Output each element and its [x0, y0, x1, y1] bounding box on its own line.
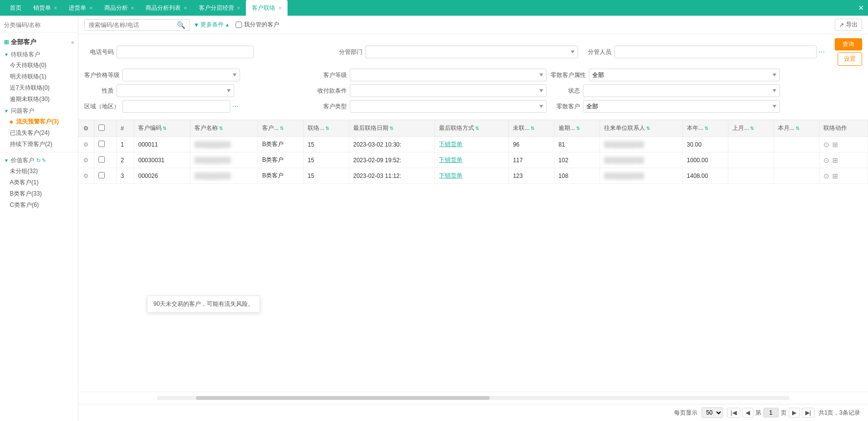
region-more-button[interactable]: ···: [230, 102, 241, 111]
select-all-checkbox[interactable]: [98, 124, 105, 131]
row-overdue: 102: [555, 152, 600, 168]
sidebar-all-customers[interactable]: ⊞ 全部客户 «: [0, 36, 78, 49]
sidebar-item-7day-contact[interactable]: 近7天待联络(0): [0, 82, 78, 94]
row-checkbox[interactable]: [94, 152, 117, 168]
row-name: ████: [190, 152, 258, 168]
edit-icon[interactable]: ✎: [42, 157, 46, 164]
first-page-button[interactable]: |◀: [727, 408, 740, 418]
col-name[interactable]: 客户名称⇅: [190, 120, 258, 137]
customer-level-select[interactable]: [350, 69, 547, 81]
col-checkbox-header[interactable]: [94, 120, 117, 137]
tab-product-analysis[interactable]: 商品分析 ×: [98, 0, 140, 16]
tab-customer-layered[interactable]: 客户分层经营 ×: [193, 0, 246, 16]
row-last-contact-way[interactable]: 下销货单: [435, 137, 509, 152]
col-this-year[interactable]: 本年...⇅: [683, 120, 728, 137]
close-window-icon[interactable]: ✕: [858, 4, 864, 12]
row-num: 2: [117, 152, 134, 168]
sidebar-item-class-c[interactable]: C类客户(6): [0, 199, 78, 211]
row-settings[interactable]: ⚙: [78, 137, 94, 152]
sidebar-item-class-a[interactable]: A类客户(1): [0, 177, 78, 188]
row-last-contact-way[interactable]: 下销货单: [435, 168, 509, 184]
search-button[interactable]: 🔍: [177, 21, 185, 29]
next-page-button[interactable]: ▶: [789, 408, 800, 418]
sidebar-item-declining[interactable]: 持续下滑客户(2): [0, 139, 78, 150]
col-unit-contact[interactable]: 往来单位联系人⇅: [600, 120, 683, 137]
status-select[interactable]: [583, 84, 780, 97]
zero-attr-select[interactable]: 全部: [589, 69, 780, 81]
sidebar-item-class-b[interactable]: B类客户(33): [0, 188, 78, 199]
contact-icon[interactable]: ⊙: [823, 156, 829, 164]
col-last-contact-way[interactable]: 最后联络方式⇅: [435, 120, 509, 137]
contact-icon[interactable]: ⊙: [823, 141, 829, 149]
region-input[interactable]: [122, 100, 230, 113]
chevron-down-icon: ▲: [225, 22, 230, 27]
col-last-month[interactable]: 上月...⇅: [728, 120, 774, 137]
my-customers-checkbox-label[interactable]: 我分管的客户: [236, 21, 279, 29]
search-input[interactable]: [89, 22, 177, 28]
sidebar-item-churn-warning[interactable]: 流失预警客户(3): [0, 116, 78, 127]
close-icon[interactable]: ×: [54, 5, 57, 11]
query-settings-group: 查询 设置: [835, 38, 862, 66]
nature-select[interactable]: [117, 84, 234, 97]
sidebar-item-today-contact[interactable]: 今天待联络(0): [0, 60, 78, 71]
more-conditions-button[interactable]: ▼ 更多条件 ▲: [193, 21, 230, 29]
close-icon[interactable]: ×: [89, 5, 92, 11]
prev-page-button[interactable]: ◀: [742, 408, 753, 418]
more-actions-icon[interactable]: ⊞: [832, 172, 838, 180]
query-button[interactable]: 查询: [835, 38, 862, 50]
price-level-select[interactable]: [122, 69, 240, 81]
page-number-input[interactable]: [763, 408, 779, 418]
tab-sales-order[interactable]: 销货单 ×: [27, 0, 63, 16]
my-customers-checkbox[interactable]: [236, 22, 242, 28]
sidebar-group-waiting[interactable]: ▼ 待联络客户: [0, 49, 78, 60]
col-this-month[interactable]: 本月...⇅: [773, 120, 819, 137]
row-settings[interactable]: ⚙: [78, 168, 94, 184]
horizontal-scrollbar[interactable]: [78, 392, 868, 404]
phone-input[interactable]: [117, 46, 254, 58]
person-input[interactable]: [614, 46, 817, 58]
customer-type-select[interactable]: [350, 100, 547, 113]
row-checkbox[interactable]: [94, 168, 117, 184]
more-actions-icon[interactable]: ⊞: [832, 156, 838, 164]
settings-button[interactable]: 设置: [838, 52, 862, 66]
dept-select[interactable]: [365, 46, 578, 58]
col-last-contact-date[interactable]: 最后联络日期⇅: [349, 120, 435, 137]
col-settings[interactable]: ⚙: [78, 120, 94, 137]
sidebar-search-input[interactable]: [4, 22, 77, 28]
close-icon[interactable]: ×: [237, 5, 240, 11]
sidebar-item-tomorrow-contact[interactable]: 明天待联络(1): [0, 71, 78, 82]
row-last-contact-way[interactable]: 下销货单: [435, 152, 509, 168]
sidebar-item-ungrouped[interactable]: 未分组(32): [0, 166, 78, 177]
row-checkbox[interactable]: [94, 137, 117, 152]
col-code[interactable]: 客户编码⇅: [134, 120, 190, 137]
row-contacts: 15: [304, 168, 349, 184]
search-box: 🔍: [84, 19, 190, 31]
export-button[interactable]: ↗ 导出: [835, 19, 862, 31]
payment-select[interactable]: [350, 84, 547, 97]
close-icon[interactable]: ×: [131, 5, 134, 11]
col-overdue[interactable]: 逾期...⇅: [555, 120, 600, 137]
person-more-button[interactable]: ···: [817, 48, 827, 56]
tab-customer-contact[interactable]: 客户联络 ×: [246, 0, 287, 16]
sidebar-group-value[interactable]: ▼ 价值客户 ↻ ✎: [0, 154, 78, 166]
more-actions-icon[interactable]: ⊞: [832, 141, 838, 149]
refresh-icon[interactable]: ↻: [36, 157, 41, 164]
row-contacts: 15: [304, 152, 349, 168]
sidebar-item-churned[interactable]: 已流失客户(24): [0, 127, 78, 139]
tab-purchase-order[interactable]: 进货单 ×: [63, 0, 98, 16]
row-settings[interactable]: ⚙: [78, 152, 94, 168]
tab-product-analysis-list[interactable]: 商品分析列表 ×: [140, 0, 193, 16]
sidebar-item-overdue-contact[interactable]: 逾期未联络(30): [0, 94, 78, 105]
zero-customer-select[interactable]: 全部: [583, 100, 780, 113]
close-icon[interactable]: ×: [278, 5, 281, 11]
sidebar-group-problem[interactable]: ▼ 问题客户: [0, 105, 78, 116]
col-not-contacted[interactable]: 未联...⇅: [509, 120, 555, 137]
close-icon[interactable]: ×: [184, 5, 187, 11]
per-page-select[interactable]: 50: [701, 407, 723, 418]
col-type[interactable]: 客户...⇅: [258, 120, 304, 137]
contact-icon[interactable]: ⊙: [823, 172, 829, 180]
col-contacts[interactable]: 联络...⇅: [304, 120, 349, 137]
last-page-button[interactable]: ▶|: [802, 408, 815, 418]
toolbar: 🔍 ▼ 更多条件 ▲ 我分管的客户 ↗ 导出: [78, 16, 868, 34]
tab-homepage[interactable]: 首页: [4, 0, 27, 16]
